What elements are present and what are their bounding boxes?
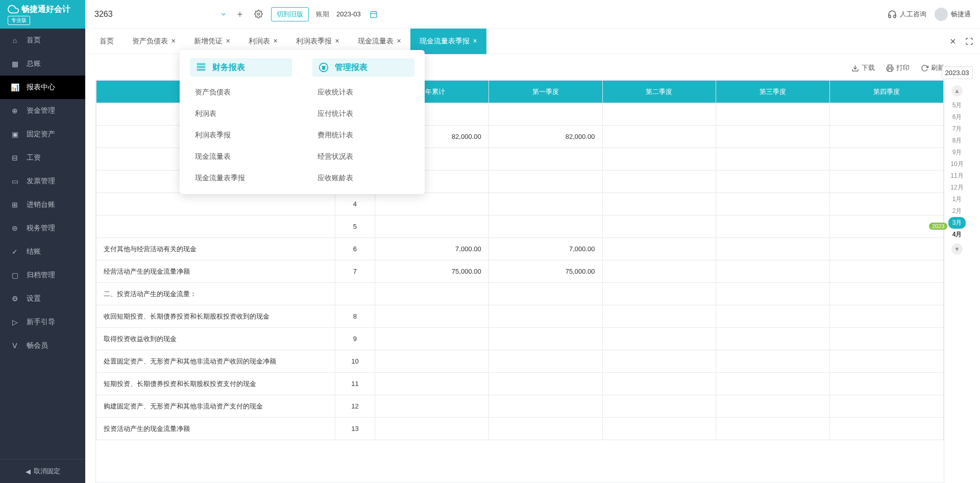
mgmt-report-item-3[interactable]: 经营状况表 (312, 146, 414, 167)
period-month-8[interactable]: 1月 (948, 194, 966, 205)
th-5: 第四季度 (830, 81, 944, 103)
cell-q1 (488, 283, 602, 305)
sidebar-item-3[interactable]: ⊕资金管理 (0, 99, 85, 123)
sidebar-icon-0: ⌂ (10, 36, 19, 45)
sidebar-item-8[interactable]: ⊜税务管理 (0, 216, 85, 240)
sidebar-item-6[interactable]: ▭发票管理 (0, 170, 85, 193)
sidebar-item-2[interactable]: 📊报表中心 (0, 76, 85, 99)
table-row[interactable]: 收回短期投资、长期债券投资和长期股权投资收到的现金 8 (96, 305, 944, 328)
cell-name: 经营活动产生的现金流量净额 (96, 260, 335, 283)
tab-close-2[interactable]: ✕ (226, 38, 230, 44)
period-month-9[interactable]: 2月 (948, 205, 966, 217)
cell-q2 (602, 260, 716, 283)
period-month-5[interactable]: 10月 (948, 158, 966, 170)
print-button[interactable]: 打印 (886, 63, 910, 73)
cell-name: 收回短期投资、长期债券投资和长期股权投资收到的现金 (96, 305, 335, 328)
mgmt-report-item-2[interactable]: 费用统计表 (312, 125, 414, 146)
period-label: 账期 (316, 10, 329, 19)
period-month-2[interactable]: 7月 (948, 123, 966, 135)
cell-q2 (602, 238, 716, 260)
refresh-button[interactable]: 刷新 (921, 63, 944, 73)
finance-report-item-1[interactable]: 利润表 (190, 103, 292, 125)
cell-q3 (716, 283, 830, 305)
period-month-1[interactable]: 6月 (948, 111, 966, 123)
table-row[interactable]: 支付其他与经营活动有关的现金 6 7,000.00 7,000.00 (96, 238, 944, 260)
consult-button[interactable]: 人工咨询 (888, 10, 926, 19)
tab-close-3[interactable]: ✕ (273, 38, 278, 44)
sidebar-item-12[interactable]: ▷新手引导 (0, 310, 85, 334)
cell-q2 (602, 126, 716, 148)
th-2: 第一季度 (488, 81, 602, 103)
table-row[interactable]: 二、投资活动产生的现金流量： (96, 283, 944, 305)
sidebar-item-10[interactable]: ▢归档管理 (0, 263, 85, 287)
calendar-icon[interactable] (368, 9, 379, 20)
sidebar-label-10: 归档管理 (27, 271, 55, 280)
sidebar-item-7[interactable]: ⊞进销台账 (0, 193, 85, 216)
sidebar-icon-5: ⊟ (10, 153, 19, 162)
sidebar-label-1: 总账 (27, 59, 41, 68)
sidebar-item-9[interactable]: ✓结账 (0, 240, 85, 263)
table-row[interactable]: 5 (96, 215, 944, 238)
period-month-4[interactable]: 9月 (948, 147, 966, 158)
period-value[interactable]: 2023-03 (336, 10, 361, 18)
cell-line: 12 (335, 395, 375, 418)
table-row[interactable]: 经营活动产生的现金流量净额 7 75,000.00 75,000.00 (96, 260, 944, 283)
table-row[interactable]: 投资活动产生的现金流量净额 13 (96, 418, 944, 440)
tab-close-5[interactable]: ✕ (397, 38, 401, 44)
sidebar-item-5[interactable]: ⊟工资 (0, 146, 85, 170)
finance-report-item-4[interactable]: 现金流量表季报 (190, 167, 292, 189)
period-month-10[interactable]: 3月 (948, 217, 966, 229)
period-month-11[interactable]: 4月 (948, 229, 966, 240)
mgmt-report-item-4[interactable]: 应收账龄表 (312, 167, 414, 189)
period-month-3[interactable]: 8月 (948, 135, 966, 147)
tab-0[interactable]: 首页 (90, 29, 123, 54)
sidebar-item-4[interactable]: ▣固定资产 (0, 123, 85, 146)
finance-report-item-0[interactable]: 资产负债表 (190, 82, 292, 103)
fullscreen-button[interactable] (964, 36, 975, 47)
switch-old-version-button[interactable]: 切到旧版 (271, 7, 309, 21)
cell-line: 5 (335, 215, 375, 238)
period-prev-button[interactable]: ▲ (951, 85, 963, 96)
company-selector[interactable]: 3263 (94, 10, 227, 19)
period-year-display[interactable]: 2023.03 (942, 66, 973, 79)
finance-report-item-3[interactable]: 现金流量表 (190, 146, 292, 167)
tab-close-4[interactable]: ✕ (335, 38, 339, 44)
cell-q1 (488, 350, 602, 373)
mgmt-report-item-1[interactable]: 应付统计表 (312, 103, 414, 125)
table-row[interactable]: 取得投资收益收到的现金 9 (96, 328, 944, 350)
table-row[interactable]: 4 (96, 193, 944, 215)
download-button[interactable]: 下载 (851, 63, 875, 73)
table-row[interactable]: 购建固定资产、无形资产和其他非流动资产支付的现金 12 (96, 395, 944, 418)
user-menu[interactable]: 畅捷通 (935, 8, 971, 21)
sidebar-item-13[interactable]: V畅会员 (0, 334, 85, 357)
cell-line: 10 (335, 350, 375, 373)
finance-report-item-2[interactable]: 利润表季报 (190, 125, 292, 146)
sidebar-unpin[interactable]: ◀ 取消固定 (0, 459, 85, 483)
sidebar-item-0[interactable]: ⌂首页 (0, 29, 85, 52)
table-row[interactable]: 短期投资、长期债券投资和长期股权投资支付的现金 11 (96, 373, 944, 395)
sidebar-label-5: 工资 (27, 153, 41, 162)
add-button[interactable] (234, 9, 246, 20)
settings-gear-button[interactable] (253, 9, 264, 20)
tab-close-1[interactable]: ✕ (171, 38, 176, 44)
cell-name: 投资活动产生的现金流量净额 (96, 418, 335, 440)
table-row[interactable]: 处置固定资产、无形资产和其他非流动资产收回的现金净额 10 (96, 350, 944, 373)
sidebar-item-11[interactable]: ⚙设置 (0, 287, 85, 310)
period-next-button[interactable]: ▼ (951, 244, 963, 255)
sidebar-item-1[interactable]: ▦总账 (0, 52, 85, 76)
cell-ytd (375, 373, 488, 395)
cell-line: 11 (335, 373, 375, 395)
tab-close-all-button[interactable] (947, 36, 959, 47)
period-month-0[interactable]: 5月 (948, 100, 966, 111)
finance-report-title: 财务报表 (212, 62, 245, 73)
cell-q3 (716, 238, 830, 260)
period-month-7[interactable]: 12月 (948, 182, 966, 194)
tab-close-6[interactable]: ✕ (473, 38, 477, 44)
mgmt-report-item-0[interactable]: 应收统计表 (312, 82, 414, 103)
period-month-6[interactable]: 11月 (948, 170, 966, 182)
tab-1[interactable]: 资产负债表✕ (123, 29, 185, 54)
cell-q2 (602, 193, 716, 215)
cell-q1 (488, 328, 602, 350)
cell-q4 (830, 418, 944, 440)
cell-q4 (830, 328, 944, 350)
